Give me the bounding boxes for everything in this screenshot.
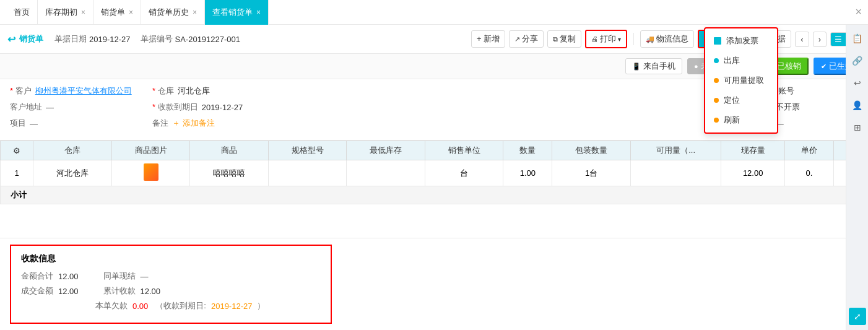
arrears-item: 本单欠款 0.00 （收款到期日: 2019-12-27 ） [95,300,265,311]
customer-field: 客户 柳州粤港平安气体有限公司 [10,85,134,97]
tab-inventory-init[interactable]: 库存期初 × [38,0,93,25]
payment-row-1: 金额合计 12.00 同单现结 — [21,271,321,282]
th-pack-qty: 包装数量 [552,141,631,160]
sidebar-icon-1[interactable]: 📋 [849,30,866,47]
th-available: 可用量（... [630,141,721,160]
dropdown-refresh[interactable]: 刷新 [705,110,777,130]
dropdown-locate[interactable]: 定位 [705,90,777,110]
nav-next-button[interactable]: › [813,32,827,47]
project-field: 项目 — [10,118,134,129]
operation-dropdown: 添加发票 出库 可用量提取 定位 刷新 [704,27,778,134]
cell-unit-price: 0. [785,160,834,186]
cell-current-stock: 12.00 [721,160,785,186]
doc-meta: 单据日期 2019-12-27 单据编号 SA-20191227-001 [54,33,466,45]
doc-type: ↩ 销货单 [7,33,43,45]
subtotal-row: 小计 [1,186,868,204]
new-button[interactable]: + 新增 [471,30,505,48]
th-qty: 数量 [503,141,552,160]
payment-title: 收款信息 [21,253,321,264]
payment-info: 收款信息 金额合计 12.00 同单现结 — 成交金额 12.00 累计收款 [10,245,332,324]
logistics-button[interactable]: 🚚 物流信息 [640,30,694,48]
copy-button[interactable]: ⧉ 复制 [547,30,581,48]
cell-product-img [111,160,190,186]
tab-close-history[interactable]: × [193,8,197,17]
cell-available [630,160,721,186]
remark-field: 备注 ＋ 添加备注 [152,118,276,129]
add-remark-button[interactable]: ＋ 添加备注 [172,118,215,129]
sidebar-icon-4[interactable]: 👤 [849,97,866,114]
payment-date-field: 收款到期日 2019-12-27 [152,102,276,113]
tab-home[interactable]: 首页 [6,0,38,25]
th-product: 商品 [190,141,269,160]
dot-icon-outbound [714,58,719,63]
th-warehouse: 仓库 [33,141,112,160]
subtotal-label: 小计 [1,186,868,204]
address-field: 客户地址 — [10,102,134,113]
doc-number: 单据编号 SA-20191227-001 [141,33,241,45]
payment-row-3: 本单欠款 0.00 （收款到期日: 2019-12-27 ） [21,300,321,311]
sidebar-icon-3[interactable]: ↩ [849,74,866,92]
cell-min-stock [347,160,425,186]
dot-icon-refresh [714,118,719,123]
dropdown-add-invoice[interactable]: 添加发票 [705,31,777,51]
th-current-stock: 现存量 [721,141,785,160]
th-min-stock: 最低库存 [347,141,425,160]
amount-total-item: 金额合计 12.00 [21,271,79,282]
settlement-item: 同单现结 — [103,271,149,282]
th-product-img: 商品图片 [111,141,190,160]
th-settings[interactable]: ⚙ [1,141,33,160]
tab-bar: 首页 库存期初 × 销货单 × 销货单历史 × 查看销货单 × × [0,0,868,25]
from-phone-button[interactable]: 📱 来自手机 [625,58,682,74]
transaction-item: 成交金额 12.00 [21,285,79,297]
tab-close-inventory[interactable]: × [81,8,85,17]
divider [633,33,634,45]
sidebar-icon-expand[interactable]: ⤢ [849,308,866,325]
window-close-button[interactable]: × [855,6,862,19]
cell-pack-qty: 1台 [552,160,631,186]
nav-prev-button[interactable]: ‹ [795,32,809,47]
tab-close-view[interactable]: × [256,8,261,17]
th-sales-unit: 销售单位 [425,141,503,160]
tab-sales-history[interactable]: 销货单历史 × [141,0,205,25]
dropdown-outbound[interactable]: 出库 [705,51,777,71]
toolbar-actions: + 新增 ↗ 分享 ⧉ 复制 🖨 打印 ▾ 🚚 物流信息 ⊞ 操作 [471,30,861,48]
tab-sales-order[interactable]: 销货单 × [93,0,141,25]
cell-product: 嘻嘻嘻嘻 [190,160,269,186]
th-spec: 规格型号 [268,141,347,160]
table-header-row: ⚙ 仓库 商品图片 商品 规格型号 最低库存 销售单位 数量 包装数量 可用量（… [1,141,868,160]
cell-qty: 1.00 [503,160,552,186]
sidebar-icon-5[interactable]: ⊞ [849,119,866,136]
tab-view-sales[interactable]: 查看销货单 × [205,0,269,25]
tab-close-sales[interactable]: × [129,8,133,17]
sidebar-icon-2[interactable]: 🔗 [849,52,866,69]
grid-icon [714,37,721,45]
table-row: 1 河北仓库 嘻嘻嘻嘻 台 1.00 1台 12.00 0. [1,160,868,186]
cell-warehouse: 河北仓库 [33,160,112,186]
product-thumbnail [144,163,158,181]
data-table: ⚙ 仓库 商品图片 商品 规格型号 最低库存 销售单位 数量 包装数量 可用量（… [0,141,868,204]
dot-icon-available [714,78,719,83]
bottom-panel: 收款信息 金额合计 12.00 同单现结 — 成交金额 12.00 累计收款 [0,238,868,330]
accumulated-item: 累计收款 12.00 [103,285,161,297]
doc-date: 单据日期 2019-12-27 [54,33,131,45]
view-list-button[interactable]: ☰ [831,33,846,46]
warehouse-field: 仓库 河北仓库 [152,85,276,97]
th-unit-price: 单价 [785,141,834,160]
cell-spec [268,160,347,186]
table-container: ⚙ 仓库 商品图片 商品 规格型号 最低库存 销售单位 数量 包装数量 可用量（… [0,141,868,238]
share-button[interactable]: ↗ 分享 [509,30,544,48]
right-sidebar: 📋 🔗 ↩ 👤 ⊞ ⤢ [846,25,868,330]
cell-no: 1 [1,160,33,186]
cell-sales-unit: 台 [425,160,503,186]
print-button[interactable]: 🖨 打印 ▾ [585,30,627,48]
payment-row-2: 成交金额 12.00 累计收款 12.00 [21,285,321,297]
dropdown-available-qty[interactable]: 可用量提取 [705,71,777,90]
dot-icon-locate [714,98,719,103]
